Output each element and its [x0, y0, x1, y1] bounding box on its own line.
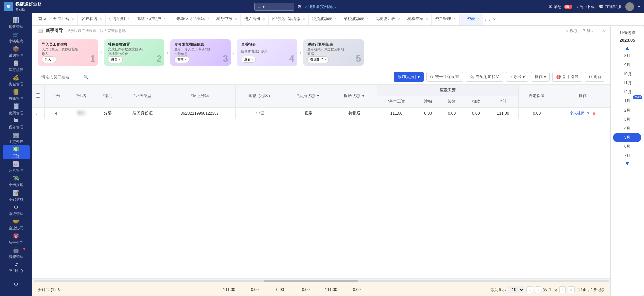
demo-button[interactable]: ○ 我要看实例演示	[304, 4, 336, 10]
refresh-button[interactable]: ↻ 刷新	[585, 72, 605, 82]
app-download-button[interactable]: ↓ App下载	[576, 4, 595, 10]
month-item-8[interactable]: 8月	[613, 51, 641, 60]
tab-close[interactable]: ×	[207, 17, 209, 21]
tab-close-salary[interactable]: ×	[478, 17, 480, 21]
user-menu[interactable]: ▾	[638, 4, 640, 9]
tab-tax-burden[interactable]: 税负波动表 ×	[309, 14, 340, 25]
settings-icon[interactable]: ⚙	[297, 4, 302, 9]
tab-asset-mgmt[interactable]: 资产管理 ×	[432, 14, 460, 25]
sidebar-item-finance[interactable]: 💰 资金管理	[3, 74, 30, 87]
tab-close[interactable]: ×	[235, 17, 237, 21]
help-btn[interactable]: ? 帮助	[583, 28, 594, 34]
tab-guide[interactable]: 引导说明 ×	[106, 14, 133, 25]
sidebar-item-collab[interactable]: 🤝 企业协同	[3, 218, 30, 231]
guide-close-btn[interactable]: ×	[602, 28, 605, 33]
export-button[interactable]: ↑ 导出 ▾	[506, 72, 528, 82]
step4-btn[interactable]: 查看 ›	[241, 56, 256, 63]
last-page-btn[interactable]: »	[568, 286, 575, 293]
tab-prev-btn[interactable]: ‹	[483, 17, 488, 22]
tab-tax-expert[interactable]: 税检专家 ×	[404, 14, 432, 25]
first-page-btn[interactable]: «	[526, 286, 533, 293]
tab-close-all-btn[interactable]: ×	[492, 17, 497, 22]
tab-layered[interactable]: 分层经营 ×	[50, 14, 78, 25]
step1-btn[interactable]: 导入 ›	[42, 56, 56, 63]
month-item-7[interactable]: 7月	[613, 151, 641, 160]
sidebar-item-operations[interactable]: 📈 经营管理	[3, 160, 30, 174]
sidebar-item-assets[interactable]: 🏢 固定资产	[3, 131, 30, 145]
horizontal-scrollbar[interactable]	[32, 278, 610, 283]
tab-close[interactable]: ×	[263, 17, 265, 21]
tab-close[interactable]: ×	[398, 17, 400, 21]
tab-clear[interactable]: 进入清册 ×	[241, 14, 269, 25]
tab-product-code[interactable]: 往来单位商品编码 ×	[169, 14, 213, 25]
step5-btn[interactable]: 敬请期待 ›	[307, 56, 329, 63]
edit-icon[interactable]: ✎	[587, 111, 590, 115]
tab-home[interactable]: 首页	[35, 14, 50, 25]
row-checkbox[interactable]	[32, 108, 44, 119]
tab-tax-wave[interactable]: 纳税波动表 ×	[340, 14, 372, 25]
sidebar-item-inventory[interactable]: 📋 库存核算	[3, 59, 30, 73]
tab-close[interactable]: ×	[100, 17, 102, 21]
message-button[interactable]: ✉ 消息 99+	[549, 4, 572, 10]
step2-btn[interactable]: 设置 ›	[108, 56, 123, 63]
row-select-checkbox[interactable]	[36, 111, 40, 115]
col-checkbox-header[interactable]	[32, 85, 44, 108]
add-btn-arrow[interactable]: ▾	[415, 75, 420, 79]
tab-income-tax[interactable]: 所得税汇算清缴 ×	[269, 14, 309, 25]
sidebar-item-system[interactable]: ⚙ 系统管理	[3, 203, 30, 217]
sidebar-item-app-center[interactable]: 🗂 应用中心	[3, 261, 30, 274]
tab-close[interactable]: ×	[303, 17, 305, 21]
month-item-2[interactable]: 2月	[613, 106, 641, 115]
tab-next-btn[interactable]: ›	[487, 17, 492, 22]
next-page-btn[interactable]: ›	[559, 286, 566, 293]
month-item-6[interactable]: 6月	[613, 142, 641, 151]
select-all-checkbox[interactable]	[36, 93, 40, 98]
social-settings-button[interactable]: ⚙ 统一社保设置	[426, 72, 463, 82]
online-service-button[interactable]: 💬 在线客服	[599, 4, 621, 10]
month-down-btn[interactable]: ▼	[624, 160, 631, 167]
tab-tax-report[interactable]: 税务申报 ×	[213, 14, 241, 25]
page-size-select[interactable]: 10 20 50	[508, 286, 524, 293]
video-btn[interactable]: ○ 视频	[566, 28, 578, 34]
month-item-3[interactable]: 3月	[613, 115, 641, 124]
month-item-9[interactable]: 9月	[613, 60, 641, 70]
tab-close[interactable]: ×	[426, 17, 428, 21]
month-up-btn[interactable]: ▲	[624, 45, 631, 51]
scrollbar-track[interactable]	[34, 280, 609, 282]
tab-tax-stats[interactable]: 纳税统计表 ×	[372, 14, 404, 25]
tab-close[interactable]: ×	[454, 17, 456, 21]
month-item-5[interactable]: 5月	[613, 133, 641, 142]
special-deduct-button[interactable]: 📎 专项附加扣除	[466, 72, 503, 82]
sidebar-item-ledger[interactable]: 📒 总账管理	[3, 88, 30, 102]
tab-salary[interactable]: 工资表 ×	[460, 14, 483, 25]
tab-invite[interactable]: 邀请下游客户 ×	[133, 14, 169, 25]
month-item-11[interactable]: 11月	[613, 79, 641, 88]
sidebar-item-expense[interactable]: 💸 小畅报销	[3, 174, 30, 188]
action-button[interactable]: 操作 ▾	[531, 72, 550, 82]
month-item-4[interactable]: 4月	[613, 124, 641, 133]
personal-social-link[interactable]: 个人社保	[570, 111, 584, 115]
tab-close[interactable]: ×	[335, 17, 337, 21]
step3-btn[interactable]: 查看 ›	[174, 56, 189, 63]
tab-close[interactable]: ×	[164, 17, 166, 21]
new-guide-button[interactable]: 🎯 新手引导	[552, 72, 582, 82]
tab-crm[interactable]: 客户联络 ×	[78, 14, 106, 25]
sidebar-item-guide[interactable]: 🎯 新手引导	[3, 232, 30, 246]
company-selector[interactable]: ... ▾	[254, 3, 294, 11]
add-person-button[interactable]: 添加人员 ▾	[394, 72, 424, 82]
month-item-10[interactable]: 10月	[613, 70, 641, 79]
sidebar-item-salary[interactable]: 💵 工资	[3, 145, 30, 159]
sidebar-item-invoice[interactable]: 🧾 发票管理	[3, 102, 30, 116]
sidebar-item-settings[interactable]: ⚙	[3, 275, 30, 293]
scrollbar-thumb[interactable]	[264, 280, 358, 282]
sidebar-item-sales[interactable]: 📊 销售管理	[3, 16, 30, 30]
sidebar-item-ai[interactable]: 🤖 智能管理	[3, 246, 30, 260]
tab-close[interactable]: ×	[367, 17, 369, 21]
tab-close[interactable]: ×	[128, 17, 130, 21]
delete-icon[interactable]: 🗑	[592, 111, 596, 115]
sidebar-item-purchase[interactable]: 📦 采购管理	[3, 45, 30, 59]
prev-page-btn[interactable]: ‹	[535, 286, 541, 293]
sidebar-item-ecommerce[interactable]: 🛒 小畅电商	[3, 31, 30, 44]
tab-close[interactable]: ×	[72, 17, 74, 21]
sidebar-item-basic-info[interactable]: 📝 基础信息	[3, 189, 30, 203]
